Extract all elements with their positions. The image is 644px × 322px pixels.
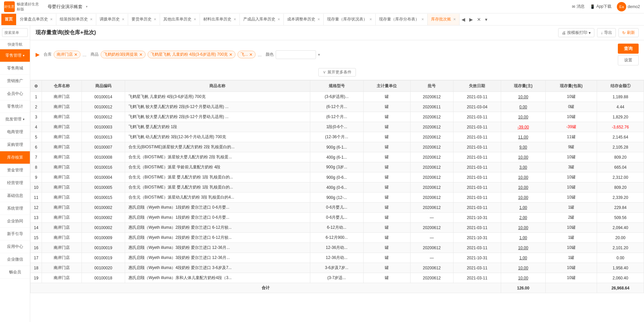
color-input[interactable] [276, 50, 316, 59]
export-button[interactable]: ↓ 导出 [597, 28, 616, 37]
close-icon[interactable]: ✕ [122, 17, 124, 21]
sidebar-item-ecommerce[interactable]: 电商管理 [0, 126, 30, 139]
row-expire: 2021-03-11 [453, 223, 501, 233]
row-qty-main[interactable]: -39.00 [501, 122, 545, 132]
refresh-button[interactable]: ↻ 刷新 [619, 28, 639, 37]
row-qty-main[interactable]: 10.00 [501, 243, 545, 253]
row-qty-pkg: 10罐 [545, 152, 597, 162]
sidebar-item-inventory[interactable]: 库存核算 [0, 151, 30, 164]
sidebar-item-marketing[interactable]: 营销推广 [0, 75, 30, 88]
tab-bar: 首页 分量盘点单历史 ✕ 组装拆卸单历史 ✕ 调拨单历史 ✕ 要货单历史 ✕ 其… [0, 13, 644, 25]
close-icon[interactable]: ✕ [50, 17, 53, 21]
sidebar-item-retail-mgmt[interactable]: 零售管理 ▾ [0, 49, 30, 62]
tab-cost[interactable]: 成本调整单历史 ✕ [284, 14, 324, 25]
row-qty-main[interactable]: 2.00 [501, 213, 545, 223]
expand-more-button[interactable]: ∨ 展开更多条件 [318, 68, 356, 76]
filter-expand-icon[interactable]: ▶ [36, 51, 40, 58]
sidebar-item-guide[interactable]: 新手引导 [0, 228, 30, 240]
row-qty-main[interactable]: 10.00 [501, 152, 545, 162]
tab-material[interactable]: 材料出库单历史 ✕ [200, 14, 240, 25]
messages-btn[interactable]: ✉ 消息 [572, 4, 585, 9]
tab-home[interactable]: 首页 [1, 14, 16, 25]
workspace-dropdown[interactable]: ▾ [86, 5, 88, 8]
row-code: 00100002 [82, 203, 125, 213]
tab-zuhe[interactable]: 组装拆卸单历史 ✕ [56, 14, 96, 25]
sidebar-item-retail-store[interactable]: 零售商城 [0, 62, 30, 75]
row-qty-main[interactable]: 10.00 [501, 172, 545, 182]
row-qty-main[interactable]: 10.00 [501, 263, 545, 273]
color-dropdown[interactable]: ▾ [318, 52, 320, 57]
product-tag-2-close[interactable]: ✕ [229, 52, 232, 57]
sidebar-item-enterprise[interactable]: 企业协同 [0, 215, 30, 228]
sidebar-item-ops[interactable]: 经营管理 [0, 177, 30, 190]
row-qty-main[interactable]: 10.00 [501, 112, 545, 122]
product-tag-3[interactable]: 飞... ✕ [237, 51, 256, 58]
tab-yao[interactable]: 要货单历史 ✕ [128, 14, 160, 25]
product-tag-1-close[interactable]: ✕ [139, 52, 143, 57]
close-icon[interactable]: ✕ [369, 17, 372, 21]
tab-other[interactable]: 其他出库单历史 ✕ [160, 14, 200, 25]
tab-close-all-btn[interactable]: ✕ [475, 17, 483, 22]
sidebar-item-apps[interactable]: 应用中心 [0, 240, 30, 253]
col-amount: 结存金额① [597, 80, 644, 92]
row-spec: (3-6岁适用)... [310, 92, 363, 102]
sidebar-item-wechat[interactable]: 企业微信 [0, 253, 30, 266]
search-input[interactable] [2, 28, 28, 37]
tab-menu-btn[interactable]: ▾ [483, 17, 489, 22]
close-icon[interactable]: ✕ [453, 17, 456, 21]
user-area[interactable]: Ea demo2 [617, 2, 640, 11]
sidebar-item-member[interactable]: 会员中心 [0, 88, 30, 100]
product-tag-3-close[interactable]: ✕ [249, 52, 253, 57]
warehouse-tag-close[interactable]: ✕ [74, 52, 77, 57]
close-icon[interactable]: ✕ [421, 17, 424, 21]
row-name: 惠氏启颐（Wyeth illuma）3段奶粉 爱尔兰进口 12-36月... [125, 253, 310, 263]
close-icon[interactable]: ✕ [194, 17, 196, 21]
row-qty-main[interactable]: 0.00 [501, 102, 545, 112]
sidebar-item-member2[interactable]: 畅会员 [0, 266, 30, 279]
warehouse-more-btn[interactable]: ... [83, 52, 87, 57]
close-icon[interactable]: ✕ [154, 17, 156, 21]
tab-next-btn[interactable]: ▶ [467, 17, 475, 22]
sidebar-item-finance[interactable]: 资金管理 [0, 164, 30, 177]
tab-xianzun2[interactable]: 现存量（库存分布表） ✕ [376, 14, 428, 25]
close-icon[interactable]: ✕ [317, 17, 320, 21]
row-qty-main[interactable]: 11.00 [501, 132, 545, 142]
tab-fenfen[interactable]: 分量盘点单历史 ✕ [16, 14, 56, 25]
sidebar-item-system[interactable]: 系统管理 [0, 202, 30, 215]
row-qty-main[interactable]: 10.00 [501, 273, 545, 283]
product-tag-2[interactable]: 飞鹤星飞帆 儿童奶粉 4段(3-6岁适用) 700克 ✕ [148, 51, 235, 58]
close-icon[interactable]: ✕ [277, 17, 280, 21]
row-qty-pkg: 1罐 [545, 203, 597, 213]
tab-xianzun1[interactable]: 现存量（库存状况表） ✕ [324, 14, 376, 25]
row-qty-main[interactable]: 10.00 [501, 92, 545, 102]
sidebar-item-retail-stats[interactable]: 零售统计 [0, 100, 30, 113]
message-icon: ✉ [572, 4, 575, 9]
row-qty-main[interactable]: 10.00 [501, 223, 545, 233]
row-qty-main[interactable]: 10.00 [501, 193, 545, 203]
sidebar-item-wholesale[interactable]: 批发管理 ▾ [0, 113, 30, 126]
close-icon[interactable]: ✕ [90, 17, 93, 21]
product-tag-1[interactable]: 飞鹤奶粉3段两提装 ✕ [101, 51, 146, 58]
summary-label: 合计 [31, 283, 501, 293]
close-icon[interactable]: ✕ [233, 17, 236, 21]
app-download-btn[interactable]: 📱 App下载 [590, 4, 611, 9]
print-button[interactable]: 🖨 按模板打印 ▾ [558, 28, 594, 37]
row-qty-main[interactable]: 1.00 [501, 233, 545, 243]
tab-production[interactable]: 产成品入库单历史 ✕ [240, 14, 284, 25]
warehouse-tag[interactable]: 南岸门店 ✕ [54, 51, 80, 58]
row-qty-main[interactable]: 3.00 [501, 162, 545, 172]
row-name: 合生元（BIOSTIME）派星幼儿配方奶粉 3段 乳核蛋白的4... [125, 193, 310, 203]
row-qty-main[interactable]: 10.00 [501, 182, 545, 193]
col-settings[interactable]: ⚙ [31, 80, 42, 92]
tab-diaopai[interactable]: 调拨单历史 ✕ [96, 14, 128, 25]
row-qty-main[interactable]: 1.00 [501, 203, 545, 213]
tab-current[interactable]: 库存批次账 ✕ [428, 14, 460, 25]
sidebar-item-purchase[interactable]: 采购管理 [0, 139, 30, 151]
row-qty-main[interactable]: 1.00 [501, 253, 545, 263]
row-qty-main[interactable]: 9.00 [501, 142, 545, 152]
product-more-btn[interactable]: ... [258, 52, 262, 57]
tab-prev-btn[interactable]: ◀ [460, 17, 467, 22]
settings-button[interactable]: 设置 [618, 55, 639, 65]
sidebar-item-base[interactable]: 基础信息 [0, 190, 30, 202]
query-button[interactable]: 查询 [618, 44, 639, 54]
